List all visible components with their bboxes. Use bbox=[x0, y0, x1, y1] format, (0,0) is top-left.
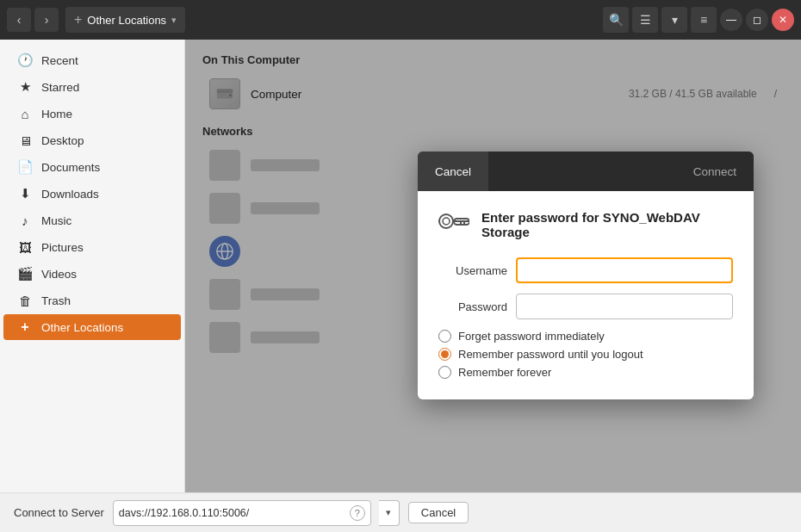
desktop-icon: 🖥 bbox=[17, 133, 33, 148]
sidebar-item-pictures[interactable]: 🖼 Pictures bbox=[3, 234, 181, 260]
close-button[interactable]: ✕ bbox=[772, 9, 794, 31]
password-row: Password bbox=[438, 294, 733, 319]
videos-icon: 🎬 bbox=[17, 266, 33, 281]
home-icon: ⌂ bbox=[17, 106, 33, 121]
server-dropdown-button[interactable]: ▾ bbox=[379, 500, 400, 526]
modal-overlay: Cancel Connect bbox=[185, 40, 801, 492]
recent-icon: 🕐 bbox=[17, 53, 33, 68]
username-input[interactable] bbox=[516, 257, 733, 283]
back-button[interactable]: ‹ bbox=[7, 8, 31, 32]
sidebar-label-other-locations: Other Locations bbox=[41, 321, 123, 334]
modal-title: Enter password for SYNO_WebDAV Storage bbox=[481, 210, 733, 239]
help-icon[interactable]: ? bbox=[350, 505, 365, 521]
location-plus-icon: + bbox=[74, 12, 82, 28]
sidebar-item-music[interactable]: ♪ Music bbox=[3, 207, 181, 233]
search-button[interactable]: 🔍 bbox=[603, 7, 629, 33]
location-chevron-icon: ▾ bbox=[171, 15, 177, 26]
trash-icon: 🗑 bbox=[17, 293, 33, 308]
sidebar-item-videos[interactable]: 🎬 Videos bbox=[3, 261, 181, 287]
menu-button[interactable]: ≡ bbox=[691, 7, 717, 33]
modal-title-row: Enter password for SYNO_WebDAV Storage bbox=[438, 208, 733, 240]
minimize-button[interactable]: — bbox=[720, 9, 742, 31]
view-list-button[interactable]: ☰ bbox=[632, 7, 658, 33]
username-row: Username bbox=[438, 257, 733, 283]
svg-point-8 bbox=[443, 218, 450, 225]
svg-point-7 bbox=[439, 214, 453, 228]
sidebar-label-downloads: Downloads bbox=[41, 188, 99, 201]
username-label: Username bbox=[438, 264, 507, 277]
pictures-icon: 🖼 bbox=[17, 239, 33, 255]
radio-remember-logout-input[interactable] bbox=[438, 348, 451, 361]
radio-remember-logout[interactable]: Remember password until you logout bbox=[438, 348, 733, 361]
sidebar-label-desktop: Desktop bbox=[41, 134, 84, 147]
radio-forget-label: Forget password immediately bbox=[458, 330, 605, 343]
sidebar-item-desktop[interactable]: 🖥 Desktop bbox=[3, 127, 181, 153]
titlebar: ‹ › + Other Locations ▾ 🔍 ☰ ▾ ≡ — ◻ ✕ bbox=[0, 0, 801, 40]
documents-icon: 📄 bbox=[17, 159, 33, 175]
password-modal: Cancel Connect bbox=[418, 152, 754, 399]
sidebar-label-trash: Trash bbox=[41, 294, 71, 307]
sidebar-label-recent: Recent bbox=[41, 54, 78, 67]
sidebar-label-pictures: Pictures bbox=[41, 241, 84, 254]
location-text: Other Locations bbox=[87, 14, 166, 27]
forward-button[interactable]: › bbox=[34, 8, 59, 32]
sidebar-label-home: Home bbox=[41, 108, 72, 121]
downloads-icon: ⬇ bbox=[17, 186, 33, 201]
sidebar-item-recent[interactable]: 🕐 Recent bbox=[3, 47, 181, 73]
view-dropdown-button[interactable]: ▾ bbox=[661, 7, 687, 33]
radio-forget[interactable]: Forget password immediately bbox=[438, 330, 733, 343]
sidebar-label-videos: Videos bbox=[41, 268, 77, 281]
password-label: Password bbox=[438, 300, 507, 313]
sidebar-item-starred[interactable]: ★ Starred bbox=[3, 74, 181, 100]
modal-connect-button[interactable]: Connect bbox=[676, 152, 754, 191]
sidebar-label-music: Music bbox=[41, 214, 71, 227]
starred-icon: ★ bbox=[17, 79, 33, 95]
content-area: On This Computer Computer 31.2 GB / 41.5… bbox=[185, 40, 801, 492]
radio-remember-forever-input[interactable] bbox=[438, 366, 451, 379]
sidebar-label-starred: Starred bbox=[41, 81, 79, 94]
sidebar: 🕐 Recent ★ Starred ⌂ Home 🖥 Desktop 📄 Do… bbox=[0, 40, 185, 492]
connect-to-server-label: Connect to Server bbox=[14, 506, 104, 519]
sidebar-item-other-locations[interactable]: + Other Locations bbox=[3, 314, 181, 340]
key-icon bbox=[438, 208, 469, 240]
modal-header: Cancel Connect bbox=[418, 152, 754, 191]
sidebar-item-trash[interactable]: 🗑 Trash bbox=[3, 288, 181, 313]
radio-forget-input[interactable] bbox=[438, 330, 451, 343]
server-url-input[interactable] bbox=[119, 507, 346, 519]
main-area: 🕐 Recent ★ Starred ⌂ Home 🖥 Desktop 📄 Do… bbox=[0, 40, 801, 492]
sidebar-item-documents[interactable]: 📄 Documents bbox=[3, 154, 181, 180]
radio-remember-forever[interactable]: Remember forever bbox=[438, 366, 733, 379]
bottom-bar: Connect to Server ? ▾ Cancel bbox=[0, 492, 801, 532]
server-input-wrap: ? bbox=[113, 500, 371, 526]
location-bar[interactable]: + Other Locations ▾ bbox=[65, 7, 185, 33]
cancel-server-button[interactable]: Cancel bbox=[408, 502, 469, 523]
maximize-button[interactable]: ◻ bbox=[746, 9, 768, 31]
music-icon: ♪ bbox=[17, 213, 33, 228]
modal-body: Enter password for SYNO_WebDAV Storage U… bbox=[418, 191, 754, 399]
sidebar-item-downloads[interactable]: ⬇ Downloads bbox=[3, 181, 181, 207]
titlebar-actions: 🔍 ☰ ▾ ≡ — ◻ ✕ bbox=[603, 7, 794, 33]
sidebar-item-home[interactable]: ⌂ Home bbox=[3, 101, 181, 127]
radio-remember-logout-label: Remember password until you logout bbox=[458, 348, 643, 361]
sidebar-label-documents: Documents bbox=[41, 161, 100, 174]
modal-cancel-button[interactable]: Cancel bbox=[418, 152, 488, 191]
password-input[interactable] bbox=[516, 294, 733, 319]
radio-remember-forever-label: Remember forever bbox=[458, 366, 551, 379]
radio-group: Forget password immediately Remember pas… bbox=[438, 330, 733, 379]
other-locations-icon: + bbox=[17, 319, 33, 335]
